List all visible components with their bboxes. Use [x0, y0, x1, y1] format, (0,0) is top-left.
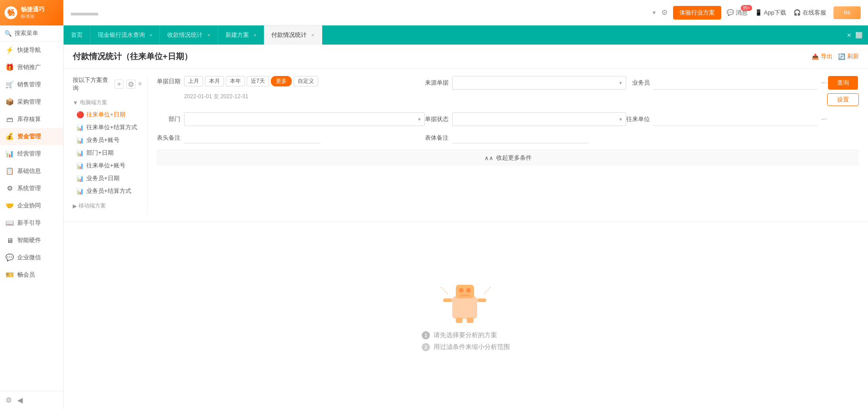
sales-icon: 🛒	[5, 81, 14, 89]
svg-rect-0	[452, 296, 477, 319]
query-btn[interactable]: 查询	[828, 76, 858, 90]
sidebar-item-marketing[interactable]: 🎁 营销推广	[0, 59, 63, 76]
breadcrumb: ▬▬▬	[71, 7, 647, 18]
tab-bank-flow[interactable]: 现金银行流水查询 ×	[90, 25, 160, 45]
online-service[interactable]: 🎧 在线客服	[793, 9, 826, 17]
settings-icon[interactable]: ⚙	[661, 8, 668, 17]
date-last-7days[interactable]: 近7天	[247, 76, 269, 86]
filter-area: 按以下方案查询 + ⚙ « ▼ 电脑端方案 🔴 往来单位+日期	[64, 69, 868, 222]
counterparty-select[interactable]	[653, 112, 818, 126]
scheme-settings-btn[interactable]: ⚙	[126, 80, 135, 89]
empty-robot-svg	[439, 280, 493, 326]
svg-rect-1	[456, 285, 474, 298]
tab-receipt-stat-close[interactable]: ×	[207, 32, 210, 38]
body-note-input[interactable]	[452, 132, 589, 143]
tab-payment-stat-close[interactable]: ×	[311, 32, 314, 38]
svg-line-10	[484, 287, 491, 294]
tab-payment-stat[interactable]: 付款情况统计 ×	[264, 25, 322, 45]
sidebar-item-guide[interactable]: 📖 新手引导	[0, 214, 63, 232]
export-btn[interactable]: 📤 导出	[812, 52, 833, 61]
search-menu[interactable]: 🔍 搜索菜单	[0, 25, 63, 41]
user-avatar[interactable]: Rit	[833, 6, 861, 19]
dropdown-icon[interactable]: ▾	[653, 9, 656, 16]
sidebar-item-operation[interactable]: 📊 经营管理	[0, 145, 63, 162]
date-last-month[interactable]: 上月	[184, 76, 203, 86]
footer-collapse-icon[interactable]: ◀	[17, 396, 23, 404]
enterprise-icon: 🤝	[5, 202, 14, 210]
tab-maximize-icon[interactable]: ⬜	[855, 32, 863, 39]
sidebar-item-label: 经营管理	[17, 150, 41, 158]
tabs-controls: ✕ ⬜	[841, 25, 868, 45]
scheme-counterparty-date[interactable]: 🔴 往来单位+日期	[73, 108, 142, 121]
svg-line-9	[441, 287, 448, 294]
date-more[interactable]: 更多	[271, 76, 292, 86]
tab-bank-flow-close[interactable]: ×	[150, 32, 152, 38]
sidebar-item-enterprise[interactable]: 🤝 企业协同	[0, 197, 63, 214]
scheme-counterparty-account[interactable]: 📊 往来单位+账号	[73, 159, 142, 172]
settings-btn[interactable]: 设置	[827, 93, 859, 106]
app-download[interactable]: 📱 App下载	[755, 9, 786, 17]
scheme-collapse-btn[interactable]: «	[138, 80, 142, 89]
field-salesperson: 业务员 ···	[626, 76, 828, 90]
salesperson-more-btn[interactable]: ···	[821, 79, 827, 87]
tab-new-plan[interactable]: 新建方案 ×	[218, 25, 264, 45]
sidebar-item-system[interactable]: ⚙ 系统管理	[0, 180, 63, 197]
scheme-staff-account[interactable]: 📊 业务员+账号	[73, 134, 142, 146]
shortcut-icon: ⚡	[5, 46, 14, 54]
doc-status-label: 单据状态	[425, 115, 449, 123]
dept-select[interactable]: ▾	[184, 112, 425, 126]
refresh-btn[interactable]: 🔄 刷新	[838, 52, 859, 61]
sidebar-item-inventory[interactable]: 🗃 库存核算	[0, 111, 63, 128]
sidebar-item-purchase[interactable]: 📦 采购管理	[0, 93, 63, 111]
mobile-group-label: ▶ 移动端方案	[73, 200, 142, 212]
svg-rect-8	[467, 318, 474, 323]
filter-row-3: 表头备注 表体备注	[157, 132, 859, 143]
svg-rect-5	[443, 298, 452, 302]
date-custom[interactable]: 自定义	[294, 76, 318, 86]
scheme-label: 业务员+日期	[86, 174, 120, 182]
sidebar-item-sales[interactable]: 🛒 销售管理	[0, 76, 63, 93]
desktop-group-arrow[interactable]: ▼	[73, 100, 78, 106]
sidebar-item-label: 营销推广	[17, 63, 41, 71]
date-label: 单据日期	[157, 77, 180, 86]
tab-new-plan-close[interactable]: ×	[254, 32, 256, 38]
tip-num-2: 2	[422, 343, 430, 351]
date-shortcuts: 上月 本月 本年 近7天 更多 自定义	[184, 76, 318, 86]
tip-num-1: 1	[422, 331, 430, 339]
date-this-year[interactable]: 本年	[226, 76, 245, 86]
salesperson-select[interactable]	[653, 76, 818, 90]
scheme-dept-date[interactable]: 📊 部门+日期	[73, 146, 142, 159]
counterparty-more-btn[interactable]: ···	[821, 115, 827, 123]
sidebar-item-member[interactable]: 🎫 畅会员	[0, 266, 63, 283]
guide-icon: 📖	[5, 219, 14, 227]
scheme-staff-date[interactable]: 📊 业务员+日期	[73, 172, 142, 185]
sidebar-item-basic[interactable]: 📋 基础信息	[0, 162, 63, 180]
date-this-month[interactable]: 本月	[205, 76, 224, 86]
mobile-group-arrow[interactable]: ▶	[73, 203, 77, 209]
source-select[interactable]: ▾	[452, 76, 626, 90]
scheme-icon: 📊	[76, 137, 84, 144]
sidebar-item-finance[interactable]: 💰 资金管理	[0, 128, 63, 145]
body-note-label: 表体备注	[425, 134, 449, 142]
empty-tip-2: 2 用过滤条件来缩小分析范围	[422, 343, 510, 351]
trial-btn[interactable]: 体验行业方案	[673, 6, 721, 20]
sidebar-item-label: 销售管理	[17, 81, 41, 89]
source-dropdown-arrow: ▾	[619, 80, 622, 86]
sidebar-item-label: 企业微信	[17, 253, 41, 262]
sidebar-item-wechat[interactable]: 💬 企业微信	[0, 249, 63, 266]
add-scheme-btn[interactable]: +	[115, 80, 124, 89]
sidebar-item-shortcut[interactable]: ⚡ 快捷导航	[0, 41, 63, 59]
doc-status-select[interactable]: ▾	[452, 112, 626, 126]
collapse-more-conditions[interactable]: ∧∧ 收起更多条件	[157, 150, 859, 166]
header-note-input[interactable]	[184, 132, 320, 143]
empty-illustration	[443, 280, 489, 326]
scheme-label: 往来单位+账号	[86, 162, 125, 170]
messages-badge[interactable]: 💬 消息 99+	[727, 9, 748, 17]
tab-home[interactable]: 首页	[64, 25, 90, 45]
scheme-counterparty-settle[interactable]: 📊 往来单位+结算方式	[73, 121, 142, 134]
tab-receipt-stat[interactable]: 收款情况统计 ×	[160, 25, 218, 45]
sidebar-item-hardware[interactable]: 🖥 智能硬件	[0, 232, 63, 249]
footer-settings-icon[interactable]: ⚙	[5, 396, 12, 404]
scheme-staff-settle[interactable]: 📊 业务员+结算方式	[73, 185, 142, 197]
tab-close-all-icon[interactable]: ✕	[847, 32, 852, 39]
